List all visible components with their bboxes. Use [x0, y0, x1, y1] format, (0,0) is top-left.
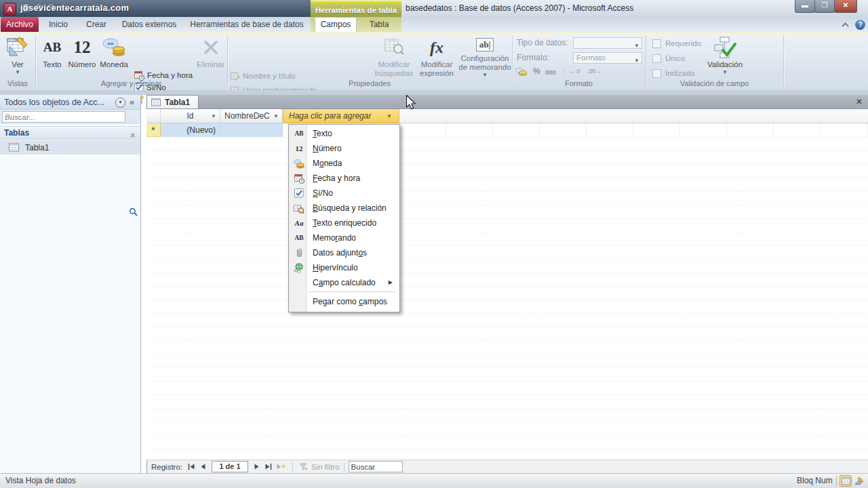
- nav-item-tabla1[interactable]: Tabla1: [0, 140, 140, 155]
- requerido-checkbox[interactable]: Requerido: [652, 37, 701, 49]
- next-record-button[interactable]: [253, 463, 260, 470]
- lookup-edit-icon: [383, 35, 405, 60]
- percent-format-icon[interactable]: %: [533, 66, 540, 76]
- menu-item-texto[interactable]: AB Texto: [290, 126, 397, 141]
- contextual-tab-group-label: Herramientas de tabla: [311, 4, 401, 17]
- nav-pane-menu-icon[interactable]: ▼: [115, 98, 125, 108]
- config-memorando-button[interactable]: ab| Configuración de memorando ▼: [458, 35, 511, 78]
- indizada-checkbox[interactable]: Indizada: [652, 67, 694, 79]
- status-bar: Vista Hoja de datos Bloq Num: [0, 473, 868, 488]
- record-search-input[interactable]: [349, 461, 403, 472]
- current-record-box[interactable]: 1 de 1: [212, 461, 248, 472]
- number-icon: 12: [292, 141, 306, 156]
- menu-item-datos-adjuntos[interactable]: Datos adjuntos: [290, 245, 397, 260]
- column-header-id[interactable]: Id ▼: [161, 109, 220, 123]
- select-all-corner[interactable]: [146, 109, 161, 123]
- new-record-selector[interactable]: *: [146, 123, 161, 137]
- document-tab-bar: Tabla1 ✕: [146, 95, 868, 109]
- menu-item-campo-calculado[interactable]: Campo calculado ▶: [290, 275, 397, 290]
- datasheet-view-button[interactable]: [840, 475, 852, 487]
- cell-nombre-new[interactable]: [220, 123, 283, 137]
- tab-herramientas-bd[interactable]: Herramientas de base de datos: [183, 17, 311, 32]
- access-logo-icon[interactable]: A: [3, 3, 16, 16]
- tab-tabla[interactable]: Tabla: [358, 17, 400, 32]
- new-record-button[interactable]: [276, 463, 286, 470]
- nav-pane-header[interactable]: Todos los objetos de Acc... ▼ «: [0, 95, 140, 110]
- group-label-agregar: Agregar y eliminar: [35, 79, 227, 89]
- shutter-close-icon[interactable]: «: [130, 95, 134, 110]
- menu-item-pegar-como-campos[interactable]: Pegar como campos: [290, 294, 397, 309]
- title-bar: A josevicentecarratala.com Herramientas …: [0, 0, 868, 17]
- last-record-button[interactable]: [264, 463, 272, 470]
- collapse-ribbon-icon[interactable]: [841, 22, 850, 28]
- menu-item-si-no[interactable]: Sí/No: [290, 186, 397, 201]
- column-header-nombre[interactable]: NombreDeC ▼: [220, 109, 283, 123]
- navigation-pane: Todos los objetos de Acc... ▼ « Tablas «…: [0, 95, 141, 473]
- design-view-icon: [854, 476, 864, 485]
- moneda-button[interactable]: ¤¤ Moneda: [98, 35, 130, 78]
- text-field-icon: AB: [43, 35, 61, 60]
- chevron-down-icon[interactable]: ▼: [387, 110, 392, 123]
- datasheet-body[interactable]: [146, 137, 868, 460]
- tab-campos[interactable]: Campos: [315, 17, 357, 32]
- memo-icon: AB: [292, 230, 306, 245]
- nav-search-input[interactable]: [2, 111, 125, 123]
- tipo-datos-combo[interactable]: ▼: [573, 37, 642, 49]
- previous-record-button[interactable]: [199, 463, 207, 470]
- nav-group-tablas[interactable]: Tablas «: [0, 126, 140, 140]
- close-button[interactable]: ✕: [834, 0, 857, 13]
- column-header-add-field[interactable]: Haga clic para agregar ▼: [283, 109, 399, 123]
- delete-icon: [202, 35, 220, 60]
- formato-label: Formato:: [517, 53, 549, 62]
- collapse-group-icon[interactable]: «: [126, 133, 139, 138]
- search-icon[interactable]: [129, 207, 138, 217]
- unico-checkbox[interactable]: Único: [652, 52, 685, 64]
- first-record-button[interactable]: [188, 463, 195, 470]
- decrease-decimals-icon[interactable]: .00→: [587, 68, 602, 75]
- document-tab-tabla1[interactable]: Tabla1: [146, 95, 199, 108]
- tab-inicio[interactable]: Inicio: [41, 17, 76, 32]
- menu-item-busqueda-relacion[interactable]: Búsqueda y relación: [290, 201, 397, 216]
- cell-id-new[interactable]: (Nuevo): [161, 123, 220, 137]
- numero-button[interactable]: 12 Número: [67, 35, 97, 78]
- num-lock-indicator: Bloq Num: [797, 476, 833, 485]
- menu-item-hipervinculo[interactable]: Hipervínculo: [290, 260, 397, 275]
- filter-icon: [299, 463, 308, 471]
- chevron-down-icon[interactable]: ▼: [211, 110, 216, 123]
- view-status-text: Vista Hoja de datos: [5, 476, 76, 485]
- chevron-down-icon: ▼: [722, 69, 728, 75]
- table-icon: [9, 143, 19, 152]
- menu-item-texto-enriquecido[interactable]: Aa Texto enriquecido: [290, 216, 397, 230]
- minimize-button[interactable]: ▬: [795, 0, 815, 13]
- formato-combo[interactable]: Formato▼: [573, 52, 642, 64]
- tab-crear[interactable]: Crear: [77, 17, 115, 32]
- modificar-busquedas-button[interactable]: Modificar búsquedas: [373, 35, 415, 78]
- help-icon[interactable]: ?: [855, 20, 865, 30]
- eliminar-button[interactable]: Eliminar: [195, 35, 226, 78]
- design-view-button[interactable]: [853, 475, 865, 487]
- restore-button[interactable]: ❐: [814, 0, 835, 13]
- tab-archivo[interactable]: Archivo: [1, 17, 39, 32]
- paperclip-icon: [292, 245, 306, 260]
- menu-item-fecha-hora[interactable]: Fecha y hora: [290, 171, 397, 186]
- group-label-validacion: Validación de campo: [646, 79, 783, 89]
- record-navigation-bar: Registro: 1 de 1 Sin filtro: [146, 460, 868, 473]
- menu-item-numero[interactable]: 12 Número: [290, 141, 397, 156]
- thousands-format-icon[interactable]: 000: [545, 68, 556, 76]
- table-icon: [151, 98, 161, 106]
- chevron-down-icon[interactable]: ▼: [273, 110, 279, 123]
- mouse-cursor: [405, 95, 416, 110]
- currency-format-icon[interactable]: [515, 66, 528, 77]
- texto-button[interactable]: AB Texto: [38, 35, 66, 78]
- validacion-button[interactable]: Validación ▼: [704, 35, 746, 78]
- checkbox-icon: [652, 39, 661, 48]
- close-document-icon[interactable]: ✕: [856, 95, 863, 109]
- ver-button[interactable]: Ver ▼: [3, 35, 33, 78]
- window-title: basededatos : Base de datos (Access 2007…: [406, 0, 633, 17]
- tab-datos-externos[interactable]: Datos externos: [117, 17, 182, 32]
- modificar-expresion-button[interactable]: fx Modificar expresión: [416, 35, 458, 78]
- menu-item-moneda[interactable]: Moneda: [290, 156, 397, 171]
- increase-decimals-icon[interactable]: ←.0: [569, 68, 580, 75]
- menu-item-memorando[interactable]: AB Memorando: [290, 230, 397, 245]
- ribbon: Ver ▼ Vistas AB Texto 12 Número ¤¤ Moned…: [0, 32, 868, 94]
